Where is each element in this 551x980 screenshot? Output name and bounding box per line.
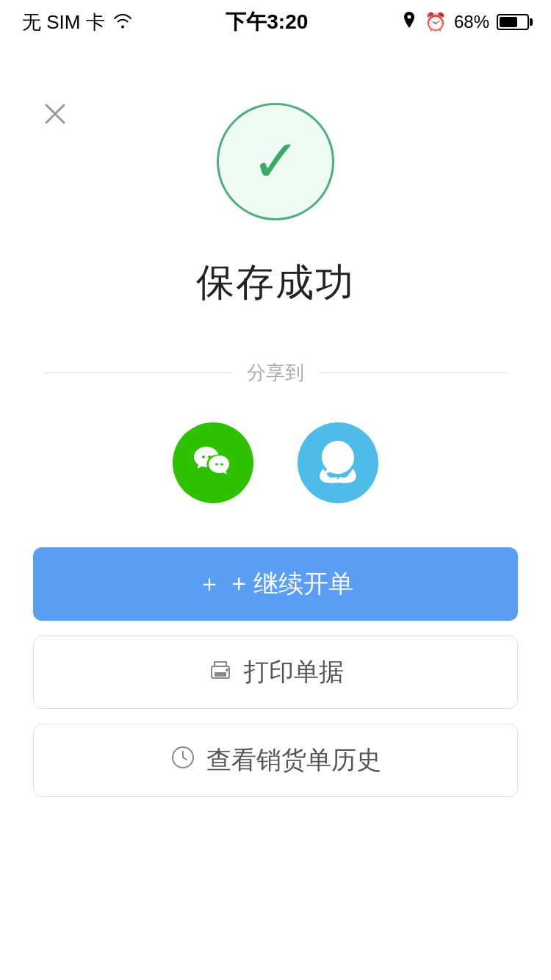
svg-point-9	[226, 669, 228, 671]
share-icons	[173, 422, 378, 503]
main-content: ✓ 保存成功 分享到	[0, 44, 551, 980]
checkmark-icon: ✓	[251, 132, 300, 191]
close-button[interactable]	[37, 96, 73, 132]
status-left: 无 SIM 卡	[22, 10, 133, 35]
svg-rect-8	[215, 672, 226, 677]
battery-icon	[497, 14, 529, 30]
history-label: 查看销货单历史	[206, 743, 381, 777]
action-buttons: ＋ + 继续开单 打印单据 查看销货单历史	[33, 547, 518, 797]
continue-button[interactable]: ＋ + 继续开单	[33, 547, 518, 621]
continue-icon: ＋	[198, 568, 221, 600]
print-icon	[207, 656, 234, 688]
success-icon: ✓	[217, 103, 334, 220]
status-bar: 无 SIM 卡 下午3:20 ⏰ 68%	[0, 0, 551, 44]
alarm-icon: ⏰	[425, 12, 447, 32]
share-section: 分享到	[0, 360, 551, 503]
history-icon	[170, 744, 196, 777]
wechat-button[interactable]	[173, 422, 253, 503]
print-button[interactable]: 打印单据	[33, 635, 518, 709]
share-label: 分享到	[232, 360, 319, 386]
battery-percent: 68%	[454, 12, 489, 32]
carrier-label: 无 SIM 卡	[22, 10, 105, 35]
qq-button[interactable]	[298, 422, 378, 503]
success-title: 保存成功	[196, 257, 355, 309]
share-divider: 分享到	[0, 360, 551, 386]
history-button[interactable]: 查看销货单历史	[33, 724, 518, 797]
divider-right	[319, 372, 507, 373]
wifi-icon	[112, 11, 133, 34]
continue-label: + 继续开单	[231, 567, 353, 601]
battery-fill	[500, 17, 517, 27]
divider-left	[44, 372, 232, 373]
location-icon	[401, 11, 417, 33]
status-right: ⏰ 68%	[401, 11, 529, 33]
time-label: 下午3:20	[226, 8, 308, 36]
print-label: 打印单据	[244, 655, 344, 689]
